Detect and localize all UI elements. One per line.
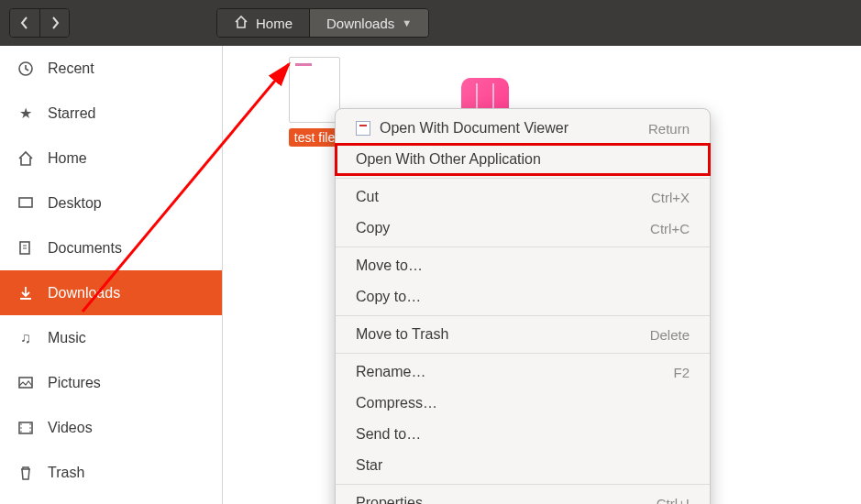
breadcrumb: Home Downloads ▼: [216, 8, 429, 38]
menu-item-label: Open With Other Application: [356, 151, 541, 168]
menu-item-move-to-trash[interactable]: Move to Trash Delete: [336, 319, 710, 350]
svg-point-9: [29, 427, 31, 429]
menu-item-label: Cut: [356, 189, 379, 205]
sidebar-item-documents[interactable]: Documents: [0, 225, 222, 270]
pictures-icon: [17, 375, 35, 391]
breadcrumb-label: Home: [256, 16, 293, 31]
star-icon: ★: [17, 104, 35, 122]
menu-item-label: Rename…: [356, 364, 425, 380]
menu-item-shortcut: Ctrl+X: [651, 190, 690, 205]
menu-item-label: Copy: [356, 220, 390, 236]
sidebar-item-label: Videos: [48, 420, 93, 436]
menu-item-shortcut: Ctrl+C: [650, 221, 690, 236]
menu-item-label: Open With Document Viewer: [380, 120, 568, 137]
trash-icon: [17, 465, 35, 481]
sidebar-item-starred[interactable]: ★ Starred: [0, 91, 222, 136]
menu-item-open-with-other-application[interactable]: Open With Other Application: [336, 144, 710, 175]
sidebar-item-videos[interactable]: Videos: [0, 405, 222, 450]
menu-item-properties[interactable]: Properties Ctrl+I: [336, 488, 710, 504]
documents-icon: [17, 240, 35, 257]
menu-item-star[interactable]: Star: [336, 450, 710, 481]
sidebar-item-label: Starred: [48, 105, 95, 122]
menu-item-move-to[interactable]: Move to…: [336, 250, 710, 281]
sidebar-item-label: Music: [48, 330, 86, 346]
sidebar-item-home[interactable]: Home: [0, 136, 222, 181]
forward-button[interactable]: [39, 9, 69, 37]
svg-point-7: [20, 431, 22, 433]
document-icon: [356, 121, 370, 136]
sidebar-item-recent[interactable]: Recent: [0, 46, 222, 91]
menu-item-label: Properties: [356, 495, 423, 504]
file-label: test file: [289, 128, 340, 147]
file-thumbnail-icon: [289, 57, 340, 123]
sidebar-item-label: Recent: [48, 60, 94, 77]
sidebar-item-label: Home: [48, 150, 87, 167]
menu-item-copy-to[interactable]: Copy to…: [336, 281, 710, 312]
videos-icon: [17, 420, 35, 436]
music-icon: ♫: [17, 330, 35, 346]
breadcrumb-downloads[interactable]: Downloads ▼: [309, 9, 428, 37]
menu-separator: [336, 247, 710, 247]
menu-item-shortcut: Ctrl+I: [657, 496, 690, 505]
menu-item-label: Move to…: [356, 257, 423, 274]
chevron-down-icon: ▼: [402, 17, 412, 28]
menu-item-label: Move to Trash: [356, 326, 448, 343]
sidebar-item-desktop[interactable]: Desktop: [0, 181, 222, 225]
desktop-icon: [17, 195, 35, 212]
menu-item-shortcut: Return: [648, 121, 690, 137]
menu-item-rename[interactable]: Rename… F2: [336, 356, 710, 388]
menu-item-label: Star: [356, 457, 382, 474]
menu-item-compress[interactable]: Compress…: [336, 388, 710, 419]
menu-item-open-with-document-viewer[interactable]: Open With Document Viewer Return: [336, 113, 710, 144]
sidebar: Recent ★ Starred Home Desktop Documents …: [0, 46, 223, 504]
menu-item-shortcut: F2: [673, 365, 690, 380]
home-icon: [17, 150, 35, 167]
menu-separator: [336, 353, 710, 354]
nav-buttons: [9, 8, 70, 38]
menu-item-label: Copy to…: [356, 289, 421, 305]
sidebar-item-label: Downloads: [48, 285, 120, 301]
menu-separator: [336, 178, 710, 179]
clock-icon: [17, 60, 35, 77]
menu-item-cut[interactable]: Cut Ctrl+X: [336, 181, 710, 213]
menu-item-label: Compress…: [356, 395, 437, 411]
sidebar-item-label: Documents: [48, 240, 122, 257]
back-button[interactable]: [10, 9, 39, 37]
sidebar-item-downloads[interactable]: Downloads: [0, 270, 222, 315]
menu-separator: [336, 315, 710, 316]
svg-point-6: [20, 427, 22, 429]
menu-item-copy[interactable]: Copy Ctrl+C: [336, 213, 710, 244]
sidebar-item-label: Pictures: [48, 375, 101, 391]
svg-point-10: [29, 431, 31, 433]
menu-item-label: Send to…: [356, 426, 421, 443]
menu-item-send-to[interactable]: Send to…: [336, 419, 710, 450]
sidebar-item-trash[interactable]: Trash: [0, 450, 222, 495]
svg-rect-1: [19, 198, 32, 207]
breadcrumb-home[interactable]: Home: [217, 9, 309, 37]
sidebar-item-music[interactable]: ♫ Music: [0, 315, 222, 360]
menu-item-shortcut: Delete: [650, 327, 690, 343]
toolbar: Home Downloads ▼: [0, 0, 861, 46]
svg-point-8: [29, 423, 31, 425]
home-icon: [234, 15, 248, 32]
context-menu: Open With Document Viewer Return Open Wi…: [335, 108, 711, 504]
download-icon: [17, 285, 35, 301]
sidebar-item-label: Desktop: [48, 195, 102, 212]
sidebar-item-label: Trash: [48, 465, 84, 481]
menu-separator: [336, 484, 710, 485]
svg-point-5: [20, 423, 22, 425]
breadcrumb-label: Downloads: [326, 16, 394, 31]
sidebar-item-pictures[interactable]: Pictures: [0, 360, 222, 405]
